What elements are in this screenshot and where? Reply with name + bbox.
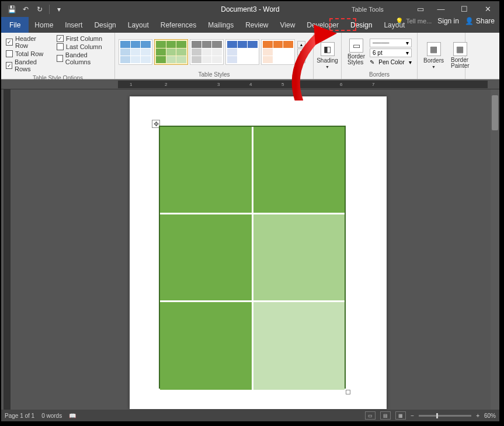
zoom-out-icon[interactable]: − bbox=[411, 413, 414, 419]
style-thumb-3[interactable] bbox=[190, 39, 224, 65]
chk-banded-columns[interactable]: Banded Columns bbox=[57, 51, 110, 65]
view-web-layout-icon[interactable]: ▦ bbox=[395, 411, 406, 420]
dropdown-icon: ▾ bbox=[409, 59, 412, 65]
table[interactable] bbox=[159, 126, 346, 389]
zoom-slider[interactable] bbox=[419, 415, 471, 417]
chk-first-column[interactable]: ✓First Column bbox=[57, 35, 110, 42]
group-shading: ◧ Shading ▼ bbox=[314, 33, 342, 79]
table-row bbox=[160, 127, 345, 214]
tab-review[interactable]: Review bbox=[239, 17, 274, 33]
canvas-area[interactable]: ✥ bbox=[13, 89, 499, 410]
share-label: Share bbox=[476, 17, 495, 25]
tab-table-design[interactable]: Design bbox=[345, 17, 378, 33]
table-cell[interactable] bbox=[253, 214, 345, 302]
gallery-more-icon[interactable]: ⌄ bbox=[297, 56, 305, 63]
table-cell[interactable] bbox=[160, 127, 253, 214]
zoom-slider-thumb[interactable] bbox=[436, 413, 438, 418]
undo-icon[interactable]: ↶ bbox=[20, 4, 32, 15]
share-icon: 👤 bbox=[465, 17, 474, 25]
window-controls: ▭ — ☐ ✕ bbox=[412, 1, 499, 17]
ribbon: ✓Header Row Total Row ✓Banded Rows ✓Firs… bbox=[1, 33, 499, 79]
gallery-scroll: ▲ ▼ ⌄ bbox=[297, 41, 305, 63]
save-icon[interactable]: 💾 bbox=[6, 4, 18, 15]
chk-last-column[interactable]: Last Column bbox=[57, 43, 110, 50]
status-words[interactable]: 0 words bbox=[41, 413, 62, 419]
style-thumb-5[interactable] bbox=[261, 39, 295, 65]
gallery-up-icon[interactable]: ▲ bbox=[297, 41, 305, 48]
tab-design[interactable]: Design bbox=[88, 17, 121, 33]
vertical-ruler[interactable] bbox=[1, 89, 13, 410]
border-styles-button[interactable]: ▭ Border Styles bbox=[345, 37, 367, 67]
gallery-down-icon[interactable]: ▼ bbox=[297, 49, 305, 56]
ruler-tick: 5 bbox=[281, 82, 284, 87]
paint-bucket-icon: ◧ bbox=[321, 42, 335, 56]
context-tab-label: Table Tools bbox=[352, 6, 384, 13]
maximize-icon[interactable]: ☐ bbox=[453, 1, 476, 17]
ruler-tick: 4 bbox=[249, 82, 252, 87]
borders-icon: ▦ bbox=[427, 42, 441, 56]
tab-references[interactable]: References bbox=[155, 17, 202, 33]
share-button[interactable]: 👤Share bbox=[465, 17, 495, 25]
qat-more-icon[interactable]: ▾ bbox=[53, 4, 65, 15]
tell-me-search[interactable]: 💡Tell me... bbox=[395, 18, 432, 25]
tab-layout[interactable]: Layout bbox=[122, 17, 155, 33]
tab-view[interactable]: View bbox=[274, 17, 301, 33]
style-thumb-2-selected[interactable] bbox=[154, 39, 188, 65]
tell-me-label: Tell me... bbox=[406, 18, 432, 25]
table-cell[interactable] bbox=[160, 302, 253, 390]
border-painter-button[interactable]: ▦ Border Painter bbox=[449, 41, 472, 70]
zoom-in-icon[interactable]: + bbox=[476, 413, 479, 419]
redo-icon[interactable]: ↻ bbox=[34, 4, 46, 15]
tab-mailings[interactable]: Mailings bbox=[202, 17, 239, 33]
ribbon-tabs: File Home Insert Design Layout Reference… bbox=[1, 17, 499, 33]
title-bar: 💾 ↶ ↻ ▾ Document3 - Word Table Tools ▭ —… bbox=[1, 1, 499, 17]
tab-developer[interactable]: Developer bbox=[301, 17, 345, 33]
group-label-borders: Borders bbox=[342, 71, 417, 79]
chk-banded-rows[interactable]: ✓Banded Rows bbox=[6, 58, 51, 72]
quick-access-toolbar: 💾 ↶ ↻ ▾ bbox=[1, 4, 65, 15]
lightbulb-icon: 💡 bbox=[395, 18, 404, 25]
qat-separator bbox=[49, 5, 50, 14]
ruler-tick: 1 bbox=[130, 82, 132, 87]
group-table-styles: ▲ ▼ ⌄ Table Styles bbox=[115, 33, 314, 79]
status-page[interactable]: Page 1 of 1 bbox=[5, 413, 34, 419]
status-proofing-icon[interactable]: 📖 bbox=[69, 413, 76, 419]
ruler-tick: 6 bbox=[340, 82, 342, 87]
pen-weight-dropdown[interactable]: 6 pt▾ bbox=[370, 49, 412, 57]
close-icon[interactable]: ✕ bbox=[476, 1, 499, 17]
shading-button[interactable]: ◧ Shading ▼ bbox=[314, 41, 340, 70]
tab-file[interactable]: File bbox=[1, 17, 29, 33]
group-border-styles: ▭ Border Styles ────▾ 6 pt▾ ✎Pen Color▾ … bbox=[342, 33, 418, 79]
view-print-layout-icon[interactable]: ▤ bbox=[380, 411, 391, 420]
style-thumb-1[interactable] bbox=[119, 39, 152, 65]
table-style-gallery bbox=[119, 39, 295, 65]
table-row bbox=[160, 302, 345, 390]
sign-in-link[interactable]: Sign in bbox=[437, 17, 459, 25]
ribbon-options-icon[interactable]: ▭ bbox=[412, 1, 429, 17]
dropdown-icon: ▾ bbox=[406, 50, 409, 56]
group-label-table-styles: Table Styles bbox=[115, 71, 313, 79]
scrollbar-thumb[interactable] bbox=[492, 95, 498, 130]
chk-header-row[interactable]: ✓Header Row bbox=[6, 35, 51, 49]
dropdown-icon: ▾ bbox=[406, 40, 409, 46]
tab-insert[interactable]: Insert bbox=[59, 17, 88, 33]
view-read-mode-icon[interactable]: ▭ bbox=[365, 411, 376, 420]
ruler-tick: 7 bbox=[372, 82, 374, 87]
minimize-icon[interactable]: — bbox=[429, 1, 453, 17]
table-cell[interactable] bbox=[253, 302, 345, 390]
tab-home[interactable]: Home bbox=[29, 17, 59, 33]
zoom-level[interactable]: 60% bbox=[484, 413, 496, 419]
document-workspace: ✥ bbox=[1, 89, 499, 410]
pen-style-dropdown[interactable]: ────▾ bbox=[370, 39, 412, 47]
pen-color-dropdown[interactable]: ✎Pen Color▾ bbox=[370, 58, 412, 66]
table-resize-handle-icon[interactable] bbox=[346, 390, 350, 394]
chk-total-row[interactable]: Total Row bbox=[6, 50, 51, 57]
horizontal-ruler[interactable]: 1 2 3 4 5 6 7 bbox=[1, 79, 499, 89]
vertical-scrollbar[interactable] bbox=[491, 89, 499, 410]
style-thumb-4[interactable] bbox=[225, 39, 259, 65]
table-cell[interactable] bbox=[253, 127, 345, 214]
borders-button[interactable]: ▦ Borders ▼ bbox=[421, 41, 446, 70]
status-bar: Page 1 of 1 0 words 📖 ▭ ▤ ▦ − + 60% bbox=[1, 410, 499, 421]
table-cell[interactable] bbox=[160, 214, 253, 302]
dropdown-icon: ▼ bbox=[325, 65, 329, 69]
